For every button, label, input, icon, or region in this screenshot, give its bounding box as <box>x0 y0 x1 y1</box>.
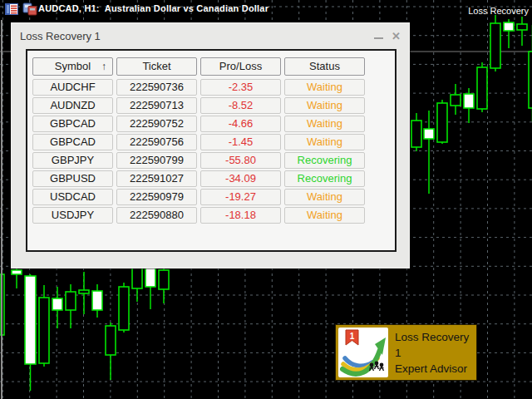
chart-title: AUDCAD, H1: Australian Dollar vs Canadia… <box>38 3 268 13</box>
cell-symbol[interactable]: USDJPY <box>32 207 113 224</box>
cell-status[interactable]: Waiting <box>284 134 365 150</box>
cell-profit-loss[interactable]: -8.52 <box>200 97 281 114</box>
badge-text: Loss Recovery 1 Expert Advisor <box>395 329 476 377</box>
badge-title: Loss Recovery 1 <box>395 329 476 361</box>
header-status[interactable]: Status <box>284 57 365 76</box>
header-profit-loss[interactable]: Pro/Loss <box>200 57 281 76</box>
dialog-window-controls: ✕ <box>374 31 401 42</box>
dialog-titlebar[interactable]: Loss Recovery 1 ✕ <box>12 23 409 48</box>
cell-status[interactable]: Waiting <box>284 116 365 132</box>
positions-panel: Symbol ↑ Ticket Pro/Loss Status AUDCHF 2… <box>26 49 397 252</box>
cell-symbol[interactable]: GBPCAD <box>32 116 113 132</box>
loss-recovery-logo-icon: 1 <box>338 328 388 377</box>
market-watch-icon <box>5 2 19 19</box>
cell-ticket[interactable]: 222590756 <box>116 134 197 150</box>
cell-profit-loss[interactable]: -18.18 <box>200 207 281 224</box>
sort-ascending-icon[interactable]: ↑ <box>101 58 106 75</box>
cell-status[interactable]: Waiting <box>284 79 365 96</box>
cell-symbol[interactable]: AUDCHF <box>32 79 113 96</box>
cell-ticket[interactable]: 222590880 <box>116 207 197 224</box>
header-symbol[interactable]: Symbol ↑ <box>32 57 113 76</box>
minimize-icon[interactable] <box>374 37 383 39</box>
loss-recovery-dialog: Loss Recovery 1 ✕ Symbol ↑ Ticket Pro/Lo… <box>11 22 410 268</box>
ea-badge: 1 Loss Recovery 1 Expert Advisor <box>335 324 477 381</box>
cell-profit-loss[interactable]: -4.66 <box>200 116 281 132</box>
dialog-title: Loss Recovery 1 <box>20 30 101 42</box>
cell-symbol[interactable]: GBPCAD <box>32 134 113 150</box>
cell-symbol[interactable]: USDCAD <box>32 189 113 205</box>
header-symbol-label: Symbol <box>55 60 91 72</box>
cell-status[interactable]: Waiting <box>284 207 365 224</box>
chart-window-icons <box>5 2 37 19</box>
metatrader-chart-window: AUDCAD, H1: Australian Dollar vs Canadia… <box>0 0 532 399</box>
cell-ticket[interactable]: 222590736 <box>116 79 197 96</box>
cell-ticket[interactable]: 222590752 <box>116 116 197 132</box>
table-header-row: Symbol ↑ Ticket Pro/Loss Status <box>32 57 365 76</box>
table-body: AUDCHF 222590736 -2.35 Waiting AUDNZD 22… <box>32 79 365 224</box>
cell-status[interactable]: Waiting <box>284 189 365 205</box>
cell-status[interactable]: Recovering <box>284 170 365 187</box>
cell-ticket[interactable]: 222590799 <box>116 152 197 169</box>
badge-subtitle: Expert Advisor <box>395 361 476 377</box>
cell-status[interactable]: Waiting <box>284 97 365 114</box>
cell-profit-loss[interactable]: -1.45 <box>200 134 281 150</box>
cell-profit-loss[interactable]: -34.09 <box>200 170 281 187</box>
cell-status[interactable]: Recovering <box>284 152 365 169</box>
cell-profit-loss[interactable]: -2.35 <box>200 79 281 96</box>
badge-rank: 1 <box>350 332 355 341</box>
positions-table: Symbol ↑ Ticket Pro/Loss Status AUDCHF 2… <box>32 57 365 224</box>
header-ticket[interactable]: Ticket <box>116 57 197 76</box>
chart-frame-border <box>1 20 2 399</box>
close-icon[interactable]: ✕ <box>392 31 401 42</box>
cell-ticket[interactable]: 222590979 <box>116 189 197 205</box>
cell-symbol[interactable]: GBPJPY <box>32 152 113 169</box>
cell-symbol[interactable]: GBPUSD <box>32 170 113 187</box>
cell-ticket[interactable]: 222590713 <box>116 97 197 114</box>
chart-windows-icon <box>22 2 37 19</box>
cell-profit-loss[interactable]: -55.80 <box>200 152 281 169</box>
cell-profit-loss[interactable]: -19.27 <box>200 189 281 205</box>
cell-ticket[interactable]: 222591027 <box>116 170 197 187</box>
ea-name-label: Loss Recovery <box>468 6 529 16</box>
cell-symbol[interactable]: AUDNZD <box>32 97 113 114</box>
